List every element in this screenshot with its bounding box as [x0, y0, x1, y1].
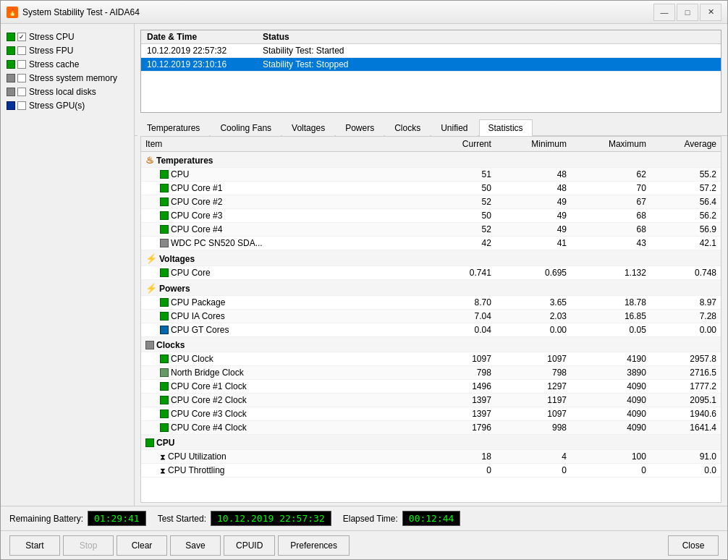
row-minimum: 1197: [496, 394, 571, 407]
row-name: CPU Core #4 Clock: [171, 423, 247, 433]
table-row[interactable]: CPU Core0.7410.6951.1320.748: [141, 266, 721, 280]
row-maximum: 68: [571, 223, 651, 237]
tab-statistics[interactable]: Statistics: [479, 119, 533, 136]
tab-clocks[interactable]: Clocks: [385, 119, 430, 136]
save-button[interactable]: Save: [170, 535, 221, 556]
stress-memory-label: Stress system memory: [29, 73, 117, 83]
table-row[interactable]: CPU Core #3 Clock1397109740901940.6: [141, 407, 721, 421]
stress-memory-item[interactable]: Stress system memory: [4, 72, 131, 85]
row-current: 1496: [431, 380, 496, 394]
log-status-2: Stability Test: Stopped: [263, 59, 715, 69]
row-average: 1940.6: [651, 407, 721, 421]
statistics-table-container[interactable]: Item Current Minimum Maximum Average ♨Te…: [140, 136, 721, 503]
stress-cache-checkbox[interactable]: [17, 60, 26, 69]
log-status-1: Stability Test: Started: [263, 46, 715, 56]
row-average: 1777.2: [651, 380, 721, 394]
row-current: 0.741: [431, 266, 496, 280]
table-row[interactable]: CPU Core #350496856.2: [141, 209, 721, 223]
stress-gpu-item[interactable]: Stress GPU(s): [4, 99, 131, 112]
main-content: Stress CPU Stress FPU Stress cache Stres…: [1, 24, 727, 506]
elapsed-time-item: Elapsed Time: 00:12:44: [343, 511, 461, 526]
stress-cpu-checkbox[interactable]: [17, 33, 26, 41]
row-current: 0: [431, 464, 496, 478]
row-minimum: 48: [496, 168, 571, 182]
stress-fpu-item[interactable]: Stress FPU: [4, 44, 131, 57]
log-row-2[interactable]: 10.12.2019 23:10:16 Stability Test: Stop…: [141, 58, 721, 72]
table-row[interactable]: CPU GT Cores0.040.000.050.00: [141, 323, 721, 337]
statistics-table: Item Current Minimum Maximum Average ♨Te…: [141, 137, 721, 478]
stress-cpu-item[interactable]: Stress CPU: [4, 30, 131, 43]
row-minimum: 49: [496, 209, 571, 223]
stress-disks-checkbox[interactable]: [17, 88, 26, 96]
table-row[interactable]: CPU51486255.2: [141, 168, 721, 182]
row-maximum: 4090: [571, 421, 651, 435]
log-row-1[interactable]: 10.12.2019 22:57:32 Stability Test: Star…: [141, 44, 721, 58]
table-row[interactable]: CPU Core #1 Clock1496129740901777.2: [141, 380, 721, 394]
stress-memory-checkbox[interactable]: [17, 74, 26, 82]
tab-powers[interactable]: Powers: [336, 119, 384, 136]
row-average: 8.97: [651, 296, 721, 310]
row-current: 8.70: [431, 296, 496, 310]
table-row[interactable]: ⧗CPU Throttling0000.0: [141, 464, 721, 478]
row-name: North Bridge Clock: [171, 368, 244, 378]
table-row[interactable]: CPU IA Cores7.042.0316.857.28: [141, 310, 721, 323]
stress-cache-item[interactable]: Stress cache: [4, 58, 131, 71]
close-window-button[interactable]: ✕: [700, 4, 721, 21]
section-name: Voltages: [159, 254, 195, 264]
table-row[interactable]: CPU Core #452496856.9: [141, 223, 721, 237]
tab-temperatures[interactable]: Temperatures: [137, 119, 209, 136]
row-maximum: 0: [571, 464, 651, 478]
clear-button[interactable]: Clear: [117, 535, 167, 556]
row-average: 1641.4: [651, 421, 721, 435]
section-row: CPU: [141, 435, 721, 450]
tab-voltages[interactable]: Voltages: [282, 119, 334, 136]
table-row[interactable]: CPU Core #2 Clock1397119740902095.1: [141, 394, 721, 407]
row-minimum: 0: [496, 464, 571, 478]
log-area: Date & Time Status 10.12.2019 22:57:32 S…: [140, 30, 721, 113]
table-row[interactable]: CPU Core #150487057.2: [141, 182, 721, 195]
maximize-button[interactable]: □: [677, 4, 698, 21]
cpuid-button[interactable]: CPUID: [224, 535, 275, 556]
tab-cooling-fans[interactable]: Cooling Fans: [211, 119, 281, 136]
stress-gpu-checkbox[interactable]: [17, 101, 26, 110]
stress-disks-item[interactable]: Stress local disks: [4, 85, 131, 98]
table-row[interactable]: CPU Package8.703.6518.788.97: [141, 296, 721, 310]
fpu-icon: [7, 46, 15, 55]
start-button[interactable]: Start: [9, 535, 60, 556]
row-name: CPU Core #2 Clock: [171, 395, 247, 405]
stress-gpu-label: Stress GPU(s): [29, 101, 85, 111]
row-name: CPU Throttling: [168, 465, 224, 475]
row-current: 7.04: [431, 310, 496, 323]
row-minimum: 2.03: [496, 310, 571, 323]
row-average: 56.9: [651, 223, 721, 237]
table-row[interactable]: CPU Core #252496756.4: [141, 195, 721, 209]
cache-icon: [7, 60, 15, 69]
close-button[interactable]: Close: [668, 535, 719, 556]
table-row[interactable]: WDC PC SN520 SDA...42414342.1: [141, 237, 721, 250]
row-name: CPU Core #1: [171, 183, 222, 193]
preferences-button[interactable]: Preferences: [278, 535, 350, 556]
row-average: 7.28: [651, 310, 721, 323]
row-current: 52: [431, 195, 496, 209]
col-minimum: Minimum: [496, 137, 571, 152]
table-row[interactable]: North Bridge Clock79879838902716.5: [141, 366, 721, 380]
row-maximum: 43: [571, 237, 651, 250]
row-minimum: 3.65: [496, 296, 571, 310]
row-minimum: 4: [496, 450, 571, 464]
right-panel: Date & Time Status 10.12.2019 22:57:32 S…: [135, 24, 727, 506]
row-maximum: 3890: [571, 366, 651, 380]
table-row[interactable]: CPU Core #4 Clock179699840901641.4: [141, 421, 721, 435]
table-row[interactable]: ⧗CPU Utilization18410091.0: [141, 450, 721, 464]
row-maximum: 18.78: [571, 296, 651, 310]
stop-button[interactable]: Stop: [63, 535, 114, 556]
stress-fpu-checkbox[interactable]: [17, 46, 26, 55]
row-current: 1397: [431, 407, 496, 421]
minimize-button[interactable]: —: [653, 4, 675, 21]
tab-unified[interactable]: Unified: [431, 119, 477, 136]
row-name: CPU: [171, 169, 189, 179]
row-average: 55.2: [651, 168, 721, 182]
table-row[interactable]: CPU Clock1097109741902957.8: [141, 352, 721, 366]
row-minimum: 48: [496, 182, 571, 195]
test-started-label: Test Started:: [158, 514, 206, 524]
status-bar: Remaining Battery: 01:29:41 Test Started…: [1, 506, 727, 530]
